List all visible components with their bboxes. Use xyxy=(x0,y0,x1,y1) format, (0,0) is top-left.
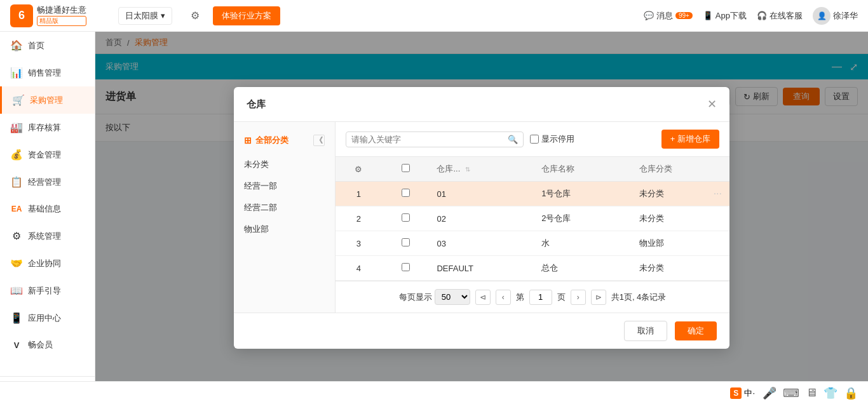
table-body: 1 01 1号仓库 未分类··· 2 02 2号仓库 未分类 3 03 水 物业… xyxy=(336,182,729,281)
keyboard-icon[interactable]: ⌨ xyxy=(783,386,799,400)
modal-all-label: 全部分类 xyxy=(255,135,288,146)
table-row[interactable]: 3 03 水 物业部 xyxy=(336,231,729,256)
sidebar-item-guide[interactable]: 📖 新手引导 xyxy=(0,277,95,304)
sidebar-item-sales[interactable]: 📊 销售管理 xyxy=(0,59,95,86)
settings-col-icon: ⚙ xyxy=(355,165,362,174)
page-size-select: 每页显示 50 10 20 100 xyxy=(399,289,470,305)
add-warehouse-button[interactable]: + 新增仓库 xyxy=(661,130,719,149)
customer-service-label: 在线客服 xyxy=(770,10,803,22)
sidebar-item-apps[interactable]: 📱 应用中心 xyxy=(0,304,95,332)
app-download-item[interactable]: 📱 App下载 xyxy=(703,10,747,22)
modal-toolbar: 🔍 显示停用 + 新增仓库 xyxy=(336,122,729,157)
col-name: 仓库名称 xyxy=(534,157,632,182)
show-disabled-label[interactable]: 显示停用 xyxy=(530,133,574,145)
settings-icon[interactable]: ⚙ xyxy=(185,6,205,26)
sidebar-item-inventory[interactable]: 🏭 库存核算 xyxy=(0,114,95,141)
notifications-item[interactable]: 💬 消息 99+ xyxy=(644,10,693,22)
show-disabled-checkbox[interactable] xyxy=(530,135,539,144)
s-logo-icon: S xyxy=(730,387,742,399)
modal-sidebar-item-0[interactable]: 未分类 xyxy=(234,154,335,175)
apps-icon: 📱 xyxy=(10,312,23,324)
notifications-badge: 99+ xyxy=(675,12,693,19)
trial-button[interactable]: 体验行业方案 xyxy=(213,6,280,25)
row-actions-icon[interactable]: ··· xyxy=(714,188,722,199)
sidebar-item-label: 库存核算 xyxy=(28,122,61,133)
top-header: 6 畅捷通好生意 精品版 日太阳膜 ▾ ⚙ 体验行业方案 💬 消息 99+ 📱 … xyxy=(0,0,868,32)
cancel-button[interactable]: 取消 xyxy=(624,321,667,341)
row-checkbox[interactable] xyxy=(382,206,430,231)
table-row[interactable]: 2 02 2号仓库 未分类 xyxy=(336,206,729,231)
bottom-icons: 🎤 ⌨ 🖥 👕 🔒 xyxy=(763,386,858,400)
page-label: 第 xyxy=(516,292,524,303)
sidebar-item-label: 销售管理 xyxy=(28,67,61,79)
page-input[interactable] xyxy=(529,290,552,305)
sidebar-item-operations[interactable]: 📋 经营管理 xyxy=(0,168,95,196)
home-icon: 🏠 xyxy=(10,39,23,51)
row-category: 未分类 xyxy=(632,256,729,281)
search-box: 🔍 xyxy=(346,131,524,147)
lock-icon[interactable]: 🔒 xyxy=(844,386,858,400)
sidebar-item-label: 应用中心 xyxy=(28,313,61,324)
confirm-button[interactable]: 确定 xyxy=(675,321,717,340)
bottom-logo: S 中· xyxy=(730,387,755,399)
sidebar-item-label: 首页 xyxy=(28,40,44,51)
row-checkbox[interactable] xyxy=(382,256,430,281)
last-page-button[interactable]: ⊳ xyxy=(591,290,606,305)
modal-sidebar-item-2[interactable]: 经营二部 xyxy=(234,197,335,219)
shirt-icon[interactable]: 👕 xyxy=(824,386,837,400)
select-all-checkbox[interactable] xyxy=(402,164,410,172)
sort-icon: ⇅ xyxy=(465,166,470,173)
sidebar-item-vip[interactable]: V 畅会员 xyxy=(0,332,95,358)
grid-icon: ⊞ xyxy=(244,135,252,145)
sidebar-item-basic-info[interactable]: EA 基础信息 xyxy=(0,196,95,222)
bottom-logo-text: 中· xyxy=(744,387,755,399)
customer-service-item[interactable]: 🎧 在线客服 xyxy=(757,10,803,22)
per-page-select[interactable]: 50 10 20 100 xyxy=(435,289,470,305)
app-name: 畅捷通好生意 xyxy=(37,5,86,16)
table-row[interactable]: 4 DEFAULT 总仓 未分类 xyxy=(336,256,729,281)
system-icon: ⚙ xyxy=(10,230,23,242)
guide-icon: 📖 xyxy=(10,285,23,297)
row-code: 01 xyxy=(429,182,534,206)
col-category: 仓库分类 xyxy=(632,157,729,182)
sidebar-item-system[interactable]: ⚙ 系统管理 xyxy=(0,222,95,250)
modal-sidebar-header[interactable]: ⊞ 全部分类 《 xyxy=(234,130,335,154)
col-code: 仓库... ⇅ xyxy=(429,157,534,182)
collapse-button[interactable]: 《 xyxy=(313,135,325,146)
app-download-label: App下载 xyxy=(715,10,747,22)
sidebar-item-finance[interactable]: 💰 资金管理 xyxy=(0,141,95,168)
operations-icon: 📋 xyxy=(10,176,23,188)
next-page-button[interactable]: › xyxy=(571,290,586,305)
table-row[interactable]: 1 01 1号仓库 未分类··· xyxy=(336,182,729,206)
sidebar-item-home[interactable]: 🏠 首页 xyxy=(0,32,95,59)
modal-pagination: 每页显示 50 10 20 100 ⊲ ‹ 第 xyxy=(336,281,729,313)
sidebar-item-purchase[interactable]: 🛒 采购管理 xyxy=(0,86,95,114)
row-name: 2号仓库 xyxy=(534,206,632,231)
prev-page-button[interactable]: ‹ xyxy=(496,290,511,305)
sidebar-item-label: 资金管理 xyxy=(28,149,61,161)
search-input[interactable] xyxy=(351,135,504,144)
app-badge: 精品版 xyxy=(37,16,86,26)
modal-close-button[interactable]: ✕ xyxy=(707,97,717,111)
row-index: 3 xyxy=(336,231,382,256)
modal-sidebar-item-1[interactable]: 经营一部 xyxy=(234,175,335,197)
user-item[interactable]: 👤 徐泽华 xyxy=(813,7,858,25)
logo-text-area: 畅捷通好生意 精品版 xyxy=(37,5,86,26)
row-index: 1 xyxy=(336,182,382,206)
logo-area: 6 畅捷通好生意 精品版 xyxy=(10,4,105,27)
store-selector[interactable]: 日太阳膜 ▾ xyxy=(118,7,172,25)
table-header-row: ⚙ 仓库... ⇅ 仓库名称 xyxy=(336,157,729,182)
per-page-label: 每页显示 xyxy=(399,292,432,303)
row-checkbox[interactable] xyxy=(382,182,430,206)
row-checkbox[interactable] xyxy=(382,231,430,256)
first-page-button[interactable]: ⊲ xyxy=(475,290,491,305)
row-code: 03 xyxy=(429,231,534,256)
modal-header: 仓库 ✕ xyxy=(234,87,729,122)
monitor-icon[interactable]: 🖥 xyxy=(806,386,817,400)
finance-icon: 💰 xyxy=(10,149,23,161)
mic-icon[interactable]: 🎤 xyxy=(763,386,776,400)
header-right: 💬 消息 99+ 📱 App下载 🎧 在线客服 👤 徐泽华 xyxy=(644,7,858,25)
sidebar-item-label: 经营管理 xyxy=(28,177,61,188)
modal-sidebar-item-3[interactable]: 物业部 xyxy=(234,219,335,240)
sidebar-item-enterprise[interactable]: 🤝 企业协同 xyxy=(0,250,95,277)
